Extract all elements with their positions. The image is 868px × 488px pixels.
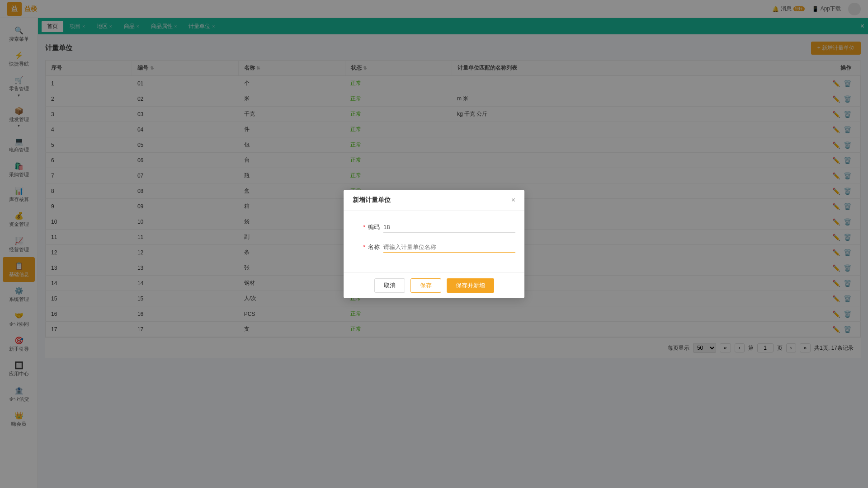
code-input[interactable]: [383, 222, 515, 233]
required-star-code: *: [363, 224, 365, 230]
modal-title: 新增计量单位: [353, 196, 391, 204]
name-input[interactable]: [383, 242, 515, 253]
save-and-new-button[interactable]: 保存并新增: [447, 278, 494, 293]
modal-overlay[interactable]: 新增计量单位 × * 编码 * 名称 取消 保存 保存并新增: [0, 0, 868, 488]
modal-footer: 取消 保存 保存并新增: [344, 272, 524, 298]
name-label: * 名称: [353, 243, 380, 251]
modal-body: * 编码 * 名称: [344, 211, 524, 272]
save-button[interactable]: 保存: [410, 278, 441, 293]
modal-header: 新增计量单位 ×: [344, 190, 524, 211]
add-unit-modal: 新增计量单位 × * 编码 * 名称 取消 保存 保存并新增: [344, 190, 524, 298]
required-star-name: *: [363, 244, 365, 250]
name-label-text: 名称: [368, 244, 380, 250]
form-row-code: * 编码: [353, 222, 515, 233]
form-row-name: * 名称: [353, 242, 515, 253]
code-label-text: 编码: [368, 224, 380, 230]
code-label: * 编码: [353, 223, 380, 231]
modal-close-button[interactable]: ×: [511, 196, 515, 204]
cancel-button[interactable]: 取消: [374, 278, 405, 293]
